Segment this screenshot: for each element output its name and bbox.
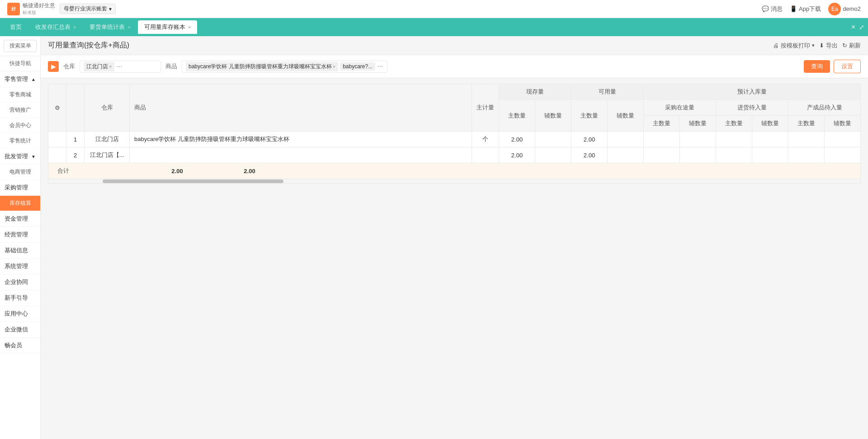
th-index [66,84,85,132]
filter-settings-button[interactable]: 设置 [834,60,861,73]
sidebar-item-enterprise[interactable]: 企业协同 [0,274,40,290]
tab-receive-summary[interactable]: 收发存汇总表 × [29,20,82,34]
sidebar-item-app-center[interactable]: 应用中心 [0,306,40,322]
sidebar-group-retail-header[interactable]: 零售管理 ▲ [0,71,40,87]
row-settings-cell [48,147,66,163]
th-production-main: 主数量 [788,116,825,132]
inventory-table: ⚙ 仓库 商品 主计量 现存量 可用量 预计入库量 主数量 辅数量 主数量 [48,84,861,163]
app-download-label: App下载 [799,5,821,13]
export-label: 导出 [826,42,838,50]
product-tag-2-value: babycare?... [343,63,373,70]
footer-current-main-qty: 2.00 [159,168,195,175]
sidebar-item-ecommerce[interactable]: 电商管理 [0,165,40,180]
logo-subtext: 标准版 [23,9,55,16]
product-filter-container[interactable]: babycare学饮杯 儿童防摔防撞吸管杯重力球吸嘴杯宝宝水杯 × babyca… [182,61,387,73]
tab-order-stats-label: 要货单统计表 [90,23,125,31]
product-more-icon[interactable]: ··· [377,62,383,71]
row-procurement-aux-cell [680,132,716,147]
refresh-button[interactable]: ↻ 刷新 [842,42,861,50]
refresh-icon: ↻ [842,42,847,49]
tab-available-inventory-label: 可用量库存账本 [144,23,185,31]
tab-receive-summary-close[interactable]: × [73,24,76,30]
table-container: ⚙ 仓库 商品 主计量 现存量 可用量 预计入库量 主数量 辅数量 主数量 [41,78,868,439]
main-layout: 搜索菜单 快捷导航 零售管理 ▲ 零售商城 营销推广 会员中心 零售统计 批发管… [0,36,868,439]
print-button[interactable]: 🖨 按模板打印 ▾ [773,42,815,50]
page-title: 可用量查询(按仓库+商品) [48,41,129,50]
avatar-initials: Ea [831,6,838,12]
sidebar-item-wechat[interactable]: 企业微信 [0,322,40,338]
th-available-main-qty: 主数量 [571,100,608,132]
sidebar-group-retail: 零售管理 ▲ 零售商城 营销推广 会员中心 零售统计 [0,71,40,149]
th-incoming-aux: 辅数量 [752,116,788,132]
warehouse-tag: 江北门店 × [84,62,114,71]
tab-available-inventory[interactable]: 可用量库存账本 × [138,20,197,34]
phone-icon: 📱 [790,5,797,12]
tab-maximize-button[interactable]: ⤢ [859,24,864,31]
query-button[interactable]: 查询 [804,60,830,73]
sidebar-item-member[interactable]: 畅会员 [0,338,40,354]
sidebar-item-operations[interactable]: 经营管理 [0,227,40,243]
product-tag-1: babycare学饮杯 儿童防摔防撞吸管杯重力球吸嘴杯宝宝水杯 × [186,62,338,71]
th-main-unit: 主计量 [472,84,499,132]
tab-order-stats[interactable]: 要货单统计表 × [83,20,137,34]
th-product: 商品 [130,84,472,132]
warehouse-tag-close[interactable]: × [109,64,112,69]
sidebar-item-purchase-mgmt[interactable]: 采购管理 [0,180,40,196]
user-nav-item[interactable]: Ea demo2 [828,3,861,15]
sidebar-item-retail-mall[interactable]: 零售商城 [0,87,40,103]
table-scroll-bar[interactable] [48,179,861,184]
tab-close-all-button[interactable]: × [851,23,855,31]
export-button[interactable]: ⬇ 导出 [819,42,838,50]
gear-icon[interactable]: ⚙ [55,104,60,111]
refresh-label: 刷新 [849,42,861,50]
row-index-cell: 1 [66,132,85,147]
sidebar-item-marketing[interactable]: 营销推广 [0,103,40,118]
table-footer: 合计 2.00 2.00 [48,163,861,179]
message-icon: 💬 [762,5,769,12]
sidebar-item-retail-stats[interactable]: 零售统计 [0,133,40,149]
logo-area: 好 畅捷通好生意 标准版 [7,2,55,16]
print-label: 按模板打印 [781,42,810,50]
footer-spacer-3 [268,168,856,175]
row-current-aux-qty-cell [535,147,571,163]
avatar: Ea [828,3,841,15]
th-forecast-incoming: 预计入库量 [644,84,861,100]
sidebar-item-system[interactable]: 系统管理 [0,259,40,274]
message-label: 消息 [771,5,783,13]
warehouse-more-icon[interactable]: ··· [116,62,122,71]
sidebar-system-label: 系统管理 [5,262,28,270]
warehouse-filter-container[interactable]: 江北门店 × ··· [80,61,161,73]
filter-expand-button[interactable]: ▶ [48,61,59,72]
sidebar-group-wholesale-header[interactable]: 批发管理 ▼ [0,149,40,165]
row-product-cell [130,147,472,163]
th-available-aux-qty: 辅数量 [608,100,644,132]
tab-order-stats-close[interactable]: × [127,24,130,30]
table-row: 1 江北门店 babycare学饮杯 儿童防摔防撞吸管杯重力球吸嘴杯宝宝水杯 个… [48,132,861,147]
sidebar-item-finance[interactable]: 资金管理 [0,211,40,227]
chevron-down-icon: ▼ [31,154,36,159]
th-current-main-qty: 主数量 [499,100,535,132]
sidebar-item-members[interactable]: 会员中心 [0,118,40,133]
warehouse-filter-label: 仓库 [63,62,75,71]
sidebar-item-basic-info[interactable]: 基础信息 [0,243,40,259]
sidebar-purchase-label: 采购管理 [5,184,28,192]
app-download-nav-item[interactable]: 📱 App下载 [790,5,821,13]
row-warehouse-cell: 江北门店 [85,132,130,147]
sidebar-quick-nav-button[interactable]: 快捷导航 [0,56,40,71]
sidebar-group-wholesale: 批发管理 ▼ 电商管理 [0,149,40,180]
tab-home[interactable]: 首页 [4,20,28,34]
message-nav-item[interactable]: 💬 消息 [762,5,783,13]
sidebar-app-center-label: 应用中心 [5,310,28,318]
user-name: demo2 [843,5,861,12]
page-header: 可用量查询(按仓库+商品) 🖨 按模板打印 ▾ ⬇ 导出 ↻ 刷新 [41,36,868,55]
sidebar-item-inventory-check[interactable]: 库存核算 [0,196,40,211]
table-scroll-thumb[interactable] [103,179,283,183]
th-production-pending: 产成品待入量 [788,100,861,116]
sidebar-search-button[interactable]: 搜索菜单 [4,40,37,52]
logo-text: 畅捷通好生意 [23,2,55,9]
sidebar-search-area: 搜索菜单 [0,36,40,56]
product-tag-1-close[interactable]: × [333,64,335,69]
sidebar-item-new-guide[interactable]: 新手引导 [0,290,40,306]
template-selector[interactable]: 母婴行业演示账套 ▾ [60,4,116,14]
tab-available-inventory-close[interactable]: × [188,24,191,30]
